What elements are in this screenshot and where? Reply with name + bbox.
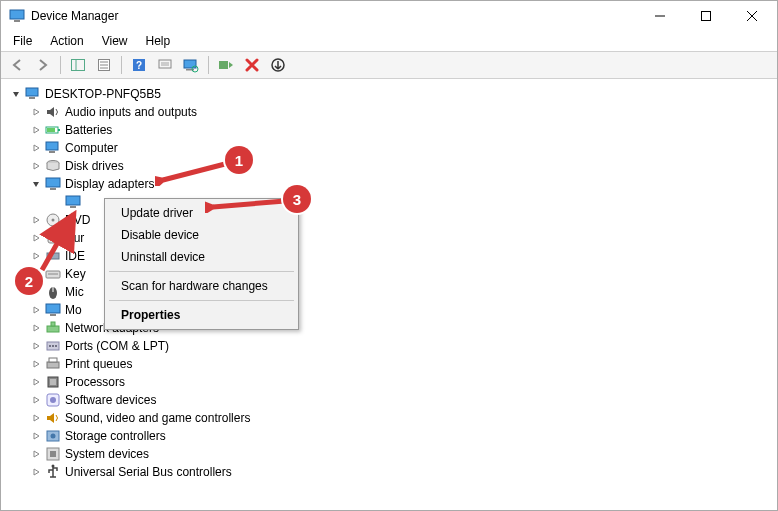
tree-toggle[interactable] [29,143,43,153]
svg-rect-25 [47,128,55,132]
menu-file[interactable]: File [5,32,40,50]
speaker-icon [45,104,61,120]
toolbar-help-button[interactable]: ? [127,53,151,77]
toolbar-action-center-button[interactable] [153,53,177,77]
nav-forward-button[interactable] [31,53,55,77]
svg-line-60 [163,164,225,180]
toolbar-update-driver-button[interactable] [266,53,290,77]
tree-toggle[interactable] [29,161,43,171]
svg-rect-16 [184,60,196,68]
annotation-badge-1: 1 [225,146,253,174]
tree-node-12[interactable]: Ports (COM & LPT) [5,337,773,355]
svg-point-54 [50,397,56,403]
disk-icon [45,158,61,174]
tree-node-label: Audio inputs and outputs [65,103,197,121]
tree-toggle[interactable] [29,377,43,387]
annotation-arrow-1 [155,156,230,186]
toolbar-add-legacy-button[interactable] [214,53,238,77]
tree-toggle[interactable] [29,305,43,315]
tree-toggle[interactable] [29,449,43,459]
tree-node-3[interactable]: Disk drives [5,157,773,175]
svg-point-47 [52,345,54,347]
nav-back-button[interactable] [5,53,29,77]
tree-node-label: Computer [65,139,118,157]
tree-toggle[interactable] [29,395,43,405]
tree-node-label: Batteries [65,121,112,139]
tree-toggle[interactable] [29,323,43,333]
svg-rect-1 [14,20,20,22]
computer-root-icon [25,86,41,102]
tree-node-label: Mo [65,301,82,319]
tree-node-label: Mic [65,283,84,301]
tree-node-label: Disk drives [65,157,124,175]
tree-node-label: Processors [65,373,125,391]
network-icon [45,320,61,336]
context-item-1[interactable]: Disable device [107,224,296,246]
monitor-icon [45,302,61,318]
svg-rect-44 [51,322,55,326]
mouse-icon [45,284,61,300]
minimize-button[interactable] [637,1,683,31]
tree-node-label: Sound, video and game controllers [65,409,250,427]
sound-icon [45,410,61,426]
system-icon [45,446,61,462]
menu-action[interactable]: Action [42,32,91,50]
toolbar-show-hide-tree-button[interactable] [66,53,90,77]
svg-text:?: ? [136,60,142,71]
menu-help[interactable]: Help [138,32,179,50]
context-item-4[interactable]: Scan for hardware changes [107,275,296,297]
tree-toggle[interactable] [9,89,23,99]
app-icon [9,8,25,24]
context-menu: Update driverDisable deviceUninstall dev… [104,198,299,330]
tree-node-label: DESKTOP-PNFQ5B5 [45,85,161,103]
tree-node-4[interactable]: Display adapters [5,175,773,193]
svg-rect-6 [72,60,85,71]
svg-point-46 [49,345,51,347]
svg-rect-21 [26,88,38,96]
storage-icon [45,428,61,444]
tree-node-17[interactable]: Storage controllers [5,427,773,445]
toolbar-separator [208,56,209,74]
context-item-6[interactable]: Properties [107,304,296,326]
maximize-button[interactable] [683,1,729,31]
menu-view[interactable]: View [94,32,136,50]
tree-node-2[interactable]: Computer [5,139,773,157]
tree-node-label: Print queues [65,355,132,373]
toolbar: ? [1,51,777,79]
toolbar-separator [121,56,122,74]
tree-toggle[interactable] [29,413,43,423]
svg-point-59 [52,465,55,468]
tree-node-label: Display adapters [65,175,154,193]
tree-node-19[interactable]: Universal Serial Bus controllers [5,463,773,481]
port-icon [45,338,61,354]
tree-toggle[interactable] [29,467,43,477]
toolbar-scan-hardware-button[interactable] [179,53,203,77]
tree-toggle[interactable] [29,179,43,189]
tree-toggle[interactable] [29,341,43,351]
software-icon [45,392,61,408]
tree-toggle[interactable] [29,431,43,441]
tree-node-13[interactable]: Print queues [5,355,773,373]
menubar: File Action View Help [1,31,777,51]
svg-rect-49 [47,362,59,368]
tree-node-label: Software devices [65,391,156,409]
tree-node-1[interactable]: Batteries [5,121,773,139]
tree-node-0[interactable]: Audio inputs and outputs [5,103,773,121]
tree-root[interactable]: DESKTOP-PNFQ5B5 [5,85,773,103]
toolbar-separator [60,56,61,74]
tree-toggle[interactable] [29,359,43,369]
svg-rect-22 [29,97,35,99]
tree-node-18[interactable]: System devices [5,445,773,463]
svg-rect-52 [50,379,56,385]
tree-node-15[interactable]: Software devices [5,391,773,409]
svg-rect-0 [10,10,24,19]
tree-node-16[interactable]: Sound, video and game controllers [5,409,773,427]
toolbar-uninstall-button[interactable] [240,53,264,77]
tree-toggle[interactable] [29,107,43,117]
tree-node-14[interactable]: Processors [5,373,773,391]
tree-toggle[interactable] [29,125,43,135]
context-item-2[interactable]: Uninstall device [107,246,296,268]
toolbar-properties-button[interactable] [92,53,116,77]
svg-rect-31 [66,196,80,205]
close-button[interactable] [729,1,775,31]
